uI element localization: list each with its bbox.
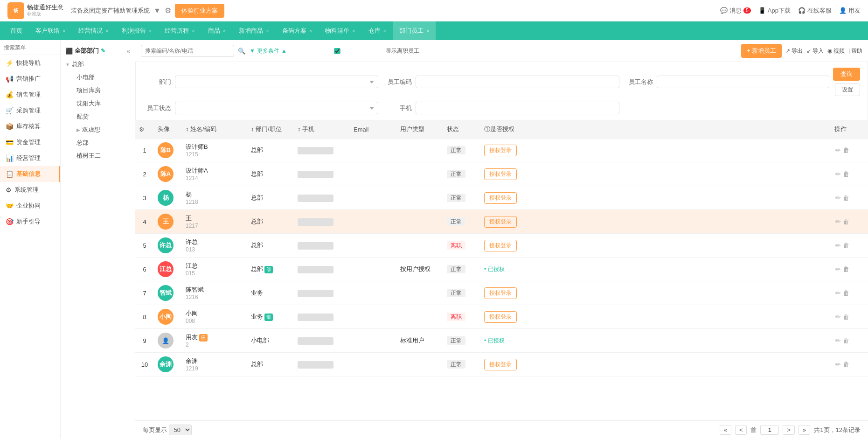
edit-icon[interactable]: ✏ <box>835 194 841 202</box>
delete-icon[interactable]: 🗑 <box>843 170 849 178</box>
dept-node-xiaodian[interactable]: 小电部 <box>72 71 135 84</box>
message-btn[interactable]: 💬 消息 5 <box>720 7 751 15</box>
edit-icon[interactable]: ✏ <box>835 337 841 344</box>
sidebar-item-finance[interactable]: 💳 资金管理 <box>0 134 60 150</box>
tab-history[interactable]: 经营历程 × <box>158 21 201 40</box>
first-page-btn[interactable]: « <box>720 425 731 435</box>
last-page-btn[interactable]: » <box>799 425 810 435</box>
tab-bom[interactable]: 物料清单 × <box>319 21 361 40</box>
auth-button[interactable]: 授权登录 <box>484 240 517 251</box>
settings-icon[interactable]: ▼ <box>153 7 161 15</box>
delete-icon[interactable]: 🗑 <box>843 361 849 368</box>
th-phone[interactable]: ↕ 手机 <box>294 120 350 139</box>
edit-icon[interactable]: ✏ <box>835 265 841 273</box>
online-service-btn[interactable]: 🎧 在线客服 <box>798 7 832 15</box>
sidebar-item-system[interactable]: ⚙ 系统管理 <box>0 182 60 198</box>
import-button[interactable]: ↙ 导入 <box>806 47 824 55</box>
tab-dept-employee[interactable]: 部门员工 × <box>393 21 436 40</box>
close-icon[interactable]: × <box>266 28 269 34</box>
dept-node-shenyang[interactable]: 沈阳大库 <box>72 97 135 110</box>
tab-goods[interactable]: 商品 × <box>201 21 232 40</box>
delete-icon[interactable]: 🗑 <box>843 313 849 321</box>
sidebar-search-input[interactable] <box>4 44 61 51</box>
prev-page-btn[interactable]: < <box>735 425 747 435</box>
auth-button[interactable]: 授权登录 <box>484 145 517 156</box>
user-btn[interactable]: 👤 用友 <box>839 7 861 15</box>
edit-icon[interactable]: ✏ <box>835 289 841 297</box>
edit-icon[interactable]: ✏ <box>835 242 841 249</box>
close-icon[interactable]: × <box>192 28 194 34</box>
delete-icon[interactable]: 🗑 <box>843 194 849 202</box>
sidebar-item-nav[interactable]: ⚡ 快捷导航 <box>0 55 60 71</box>
dept-node-shuang[interactable]: ▶ 双虚想 <box>72 123 135 136</box>
dept-collapse-icon[interactable]: « <box>127 48 130 55</box>
dept-node-head2[interactable]: 总部 <box>72 136 135 149</box>
delete-icon[interactable]: 🗑 <box>843 265 849 273</box>
show-resigned-checkbox[interactable] <box>291 48 384 54</box>
sidebar-item-operation[interactable]: 📊 经营管理 <box>0 150 60 166</box>
tab-warehouse[interactable]: 仓库 × <box>362 21 393 40</box>
emp-name-input[interactable] <box>657 76 829 88</box>
tab-new-goods[interactable]: 新增商品 × <box>232 21 275 40</box>
close-icon[interactable]: × <box>383 28 386 34</box>
view-button[interactable]: ◉ 视频 <box>827 47 845 55</box>
trial-button[interactable]: 体验行业方案 <box>175 4 224 18</box>
query-button[interactable]: 查询 <box>833 68 860 81</box>
per-page-select[interactable]: 50 <box>169 425 192 435</box>
tab-operation[interactable]: 经营情况 × <box>72 21 115 40</box>
search-button[interactable]: 🔍 <box>238 48 246 55</box>
auth-button[interactable]: 授权登录 <box>484 216 517 228</box>
dept-edit-icon[interactable]: ✎ <box>101 48 105 54</box>
dept-node-peihuo[interactable]: 配货 <box>72 110 135 123</box>
th-dept-pos[interactable]: ↕ 部门/职位 <box>247 120 294 139</box>
th-settings[interactable]: ⚙ <box>135 120 154 139</box>
more-filter-button[interactable]: ▼ 更多条件 ▲ <box>250 47 287 55</box>
phone-input[interactable] <box>416 102 619 114</box>
page-number-input[interactable] <box>760 425 779 435</box>
close-icon[interactable]: × <box>352 28 355 34</box>
close-icon[interactable]: × <box>223 28 226 34</box>
sidebar-item-basic[interactable]: 📋 基础信息 <box>0 166 60 182</box>
tab-barcode[interactable]: 条码方案 × <box>276 21 319 40</box>
th-name-code[interactable]: ↕ 姓名/编码 <box>182 120 247 139</box>
show-resigned-label[interactable]: 显示离职员工 <box>291 47 419 55</box>
search-input[interactable] <box>141 45 234 57</box>
delete-icon[interactable]: 🗑 <box>843 289 849 297</box>
reset-button[interactable]: 设置 <box>835 84 860 96</box>
sidebar-item-sales[interactable]: 💰 销售管理 <box>0 87 60 103</box>
edit-icon[interactable]: ✏ <box>835 313 841 321</box>
close-icon[interactable]: × <box>309 28 312 34</box>
edit-icon[interactable]: ✏ <box>835 218 841 225</box>
help-button[interactable]: | 帮助 <box>848 47 862 55</box>
close-icon[interactable]: × <box>426 28 429 34</box>
edit-icon[interactable]: ✏ <box>835 170 841 178</box>
close-icon[interactable]: × <box>149 28 152 34</box>
auth-button[interactable]: 授权登录 <box>484 192 517 204</box>
close-icon[interactable]: × <box>105 28 108 34</box>
auth-button[interactable]: 授权登录 <box>484 287 517 299</box>
close-icon[interactable]: × <box>62 28 65 34</box>
tab-home[interactable]: 首页 <box>4 21 29 40</box>
dept-select[interactable] <box>175 76 378 88</box>
sidebar-item-guide[interactable]: 🎯 新手引导 <box>0 214 60 230</box>
dept-node-project[interactable]: 项目库房 <box>72 84 135 97</box>
auth-button[interactable]: 授权登录 <box>484 168 517 180</box>
delete-icon[interactable]: 🗑 <box>843 337 849 344</box>
emp-code-input[interactable] <box>416 76 619 88</box>
dept-node-head[interactable]: ▼ 总部 <box>61 58 135 71</box>
delete-icon[interactable]: 🗑 <box>843 146 849 154</box>
edit-icon[interactable]: ✏ <box>835 146 841 154</box>
next-page-btn[interactable]: > <box>783 425 795 435</box>
gear-icon[interactable]: ⚙ <box>165 6 171 15</box>
auth-button[interactable]: 授权登录 <box>484 311 517 323</box>
tab-customer[interactable]: 客户联络 × <box>29 21 72 40</box>
emp-status-select[interactable] <box>175 102 378 114</box>
add-employee-button[interactable]: + 新增员工 <box>741 44 782 58</box>
sidebar-item-collab[interactable]: 🤝 企业协同 <box>0 198 60 214</box>
export-button[interactable]: ↗ 导出 <box>785 47 803 55</box>
delete-icon[interactable]: 🗑 <box>843 218 849 225</box>
dept-node-plant[interactable]: 植树王二 <box>72 149 135 162</box>
sidebar-item-stock[interactable]: 📦 库存核算 <box>0 118 60 134</box>
auth-button[interactable]: 授权登录 <box>484 359 517 370</box>
app-download-btn[interactable]: 📱 App下载 <box>758 7 791 15</box>
